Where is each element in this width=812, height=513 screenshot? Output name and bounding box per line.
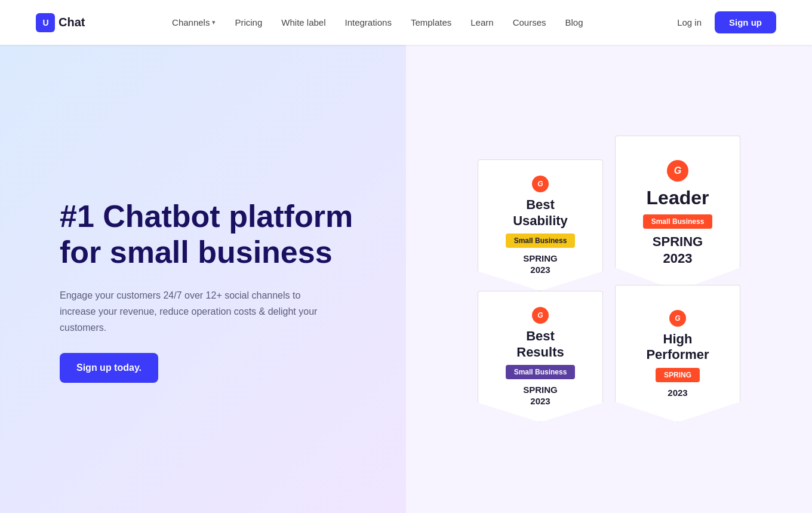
nav-learn[interactable]: Learn xyxy=(463,13,500,32)
logo-icon: U xyxy=(36,13,55,32)
nav-integrations[interactable]: Integrations xyxy=(338,13,399,32)
badge-season: 2023 xyxy=(668,387,687,399)
badge-season: SPRING2023 xyxy=(523,384,558,407)
navbar: U Chat Channels ▾ Pricing White label In… xyxy=(0,0,812,45)
g2-logo-icon: G xyxy=(669,310,686,327)
hero-right: G BestUsability Small Business SPRING202… xyxy=(406,45,812,513)
hero-left: #1 Chatbot platform for small business E… xyxy=(0,45,406,513)
nav-templates[interactable]: Templates xyxy=(404,13,459,32)
badge-category-pill: Small Business xyxy=(643,214,713,229)
g2-logo-icon: G xyxy=(532,307,549,324)
badge-best-usability: G BestUsability Small Business SPRING202… xyxy=(478,159,603,291)
g2-logo-icon: G xyxy=(532,176,549,192)
badge-title: HighPerformer xyxy=(646,331,709,363)
nav-links: Channels ▾ Pricing White label Integrati… xyxy=(165,13,590,32)
g2-logo-icon: G xyxy=(667,160,688,182)
signup-button[interactable]: Sign up xyxy=(715,11,776,33)
badge-category-pill: SPRING xyxy=(656,368,700,382)
hero-title: #1 Chatbot platform for small business xyxy=(60,199,370,271)
badge-season: SPRING2023 xyxy=(653,234,703,268)
chevron-down-icon: ▾ xyxy=(212,19,216,26)
awards-badges: G BestUsability Small Business SPRING202… xyxy=(454,112,764,446)
badge-category-pill: Small Business xyxy=(506,365,576,379)
logo-wordmark: Chat xyxy=(59,16,85,29)
nav-right: Log in Sign up xyxy=(670,11,776,33)
nav-courses[interactable]: Courses xyxy=(506,13,553,32)
badge-title: Leader xyxy=(647,186,709,209)
badge-high-performer: G HighPerformer SPRING 2023 xyxy=(615,285,740,422)
badge-title: BestResults xyxy=(516,328,564,360)
logo-u: U xyxy=(42,18,48,27)
badge-best-results: G BestResults Small Business SPRING2023 xyxy=(478,291,603,422)
nav-white-label[interactable]: White label xyxy=(274,13,333,32)
nav-channels[interactable]: Channels ▾ xyxy=(165,13,223,32)
nav-pricing[interactable]: Pricing xyxy=(227,13,269,32)
cta-button[interactable]: Sign up today. xyxy=(60,353,158,383)
hero-subtitle: Engage your customers 24/7 over 12+ soci… xyxy=(60,287,322,336)
badge-title: BestUsability xyxy=(513,197,568,229)
nav-blog[interactable]: Blog xyxy=(558,13,590,32)
logo[interactable]: U Chat xyxy=(36,13,85,32)
hero-section: #1 Chatbot platform for small business E… xyxy=(0,45,812,513)
badge-season: SPRING2023 xyxy=(523,253,558,276)
badge-category-pill: Small Business xyxy=(506,234,576,248)
login-link[interactable]: Log in xyxy=(670,13,709,32)
badge-leader: G Leader Small Business SPRING2023 xyxy=(615,136,740,291)
